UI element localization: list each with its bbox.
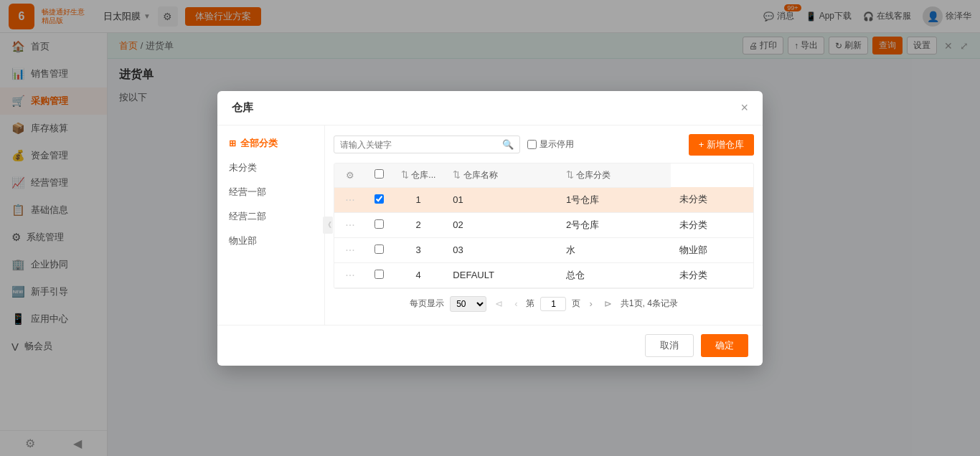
show-disabled-label: 显示停用 [527, 138, 574, 151]
row-name-cell: 1号仓库 [557, 187, 671, 212]
col-header-gear: ⚙ [334, 163, 366, 188]
row-more-icon[interactable]: ··· [345, 219, 354, 231]
warehouse-modal: 仓库 × ⊞全部分类未分类经营一部经营二部物业部 《 🔍 [217, 91, 763, 366]
table-row[interactable]: ··· 2 02 2号仓库 未分类 [334, 212, 753, 237]
add-warehouse-btn[interactable]: + 新增仓库 [689, 134, 754, 156]
per-page-select[interactable]: 50 20 100 [450, 296, 486, 312]
row-num-cell: 1 [392, 187, 444, 212]
page-number-input[interactable] [540, 297, 566, 311]
row-more-icon[interactable]: ··· [345, 269, 354, 281]
table-row[interactable]: ··· 4 DEFAULT 总仓 未分类 [334, 262, 753, 288]
search-icon[interactable]: 🔍 [502, 139, 514, 150]
select-all-checkbox[interactable] [374, 169, 384, 179]
first-page-btn[interactable]: ⊲ [492, 297, 506, 310]
cat-label-prop: 物业部 [229, 234, 257, 247]
row-code-cell: DEFAULT [444, 262, 557, 288]
modal-cat-uncat[interactable]: 未分类 [217, 156, 324, 180]
prev-page-btn[interactable]: ‹ [512, 297, 520, 310]
cat-label-all: 全部分类 [240, 137, 278, 150]
col-header-code: ⇅ 仓库... [392, 163, 444, 188]
col-header-name: ⇅ 仓库名称 [444, 163, 557, 188]
show-disabled-checkbox[interactable] [527, 140, 537, 149]
row-check-cell [366, 212, 392, 237]
row-code-cell: 01 [444, 187, 557, 212]
row-actions-cell: ··· [334, 187, 366, 212]
gear-icon[interactable]: ⚙ [346, 170, 354, 181]
row-category-cell: 未分类 [671, 187, 753, 212]
modal-footer: 取消 确定 [217, 325, 763, 366]
modal-body: ⊞全部分类未分类经营一部经营二部物业部 《 🔍 显示停用 + 新增仓库 [217, 125, 763, 325]
row-code-cell: 02 [444, 212, 557, 237]
next-page-btn[interactable]: › [586, 297, 595, 310]
table-row[interactable]: ··· 3 03 水 物业部 [334, 237, 753, 262]
row-name-cell: 水 [557, 237, 671, 262]
modal-title: 仓库 [232, 101, 253, 115]
table-row[interactable]: ··· 1 01 1号仓库 未分类 [334, 187, 753, 212]
sidebar-collapse-btn[interactable]: 《 [323, 217, 333, 234]
cat-label-uncat: 未分类 [229, 161, 257, 174]
row-actions-cell: ··· [334, 262, 366, 288]
warehouse-table: ⚙ ⇅ 仓库... ⇅ 仓库名称 ⇅ 仓库分类 ··· 1 01 1号仓库 未分… [334, 163, 754, 289]
row-name-cell: 2号仓库 [557, 212, 671, 237]
cat-label-op1: 经营一部 [229, 186, 266, 199]
modal-close-btn[interactable]: × [740, 101, 748, 114]
row-actions-cell: ··· [334, 212, 366, 237]
row-category-cell: 未分类 [671, 212, 753, 237]
modal-main-panel: 🔍 显示停用 + 新增仓库 ⚙ [325, 125, 763, 325]
row-actions-cell: ··· [334, 237, 366, 262]
modal-header: 仓库 × [217, 91, 763, 125]
search-box: 🔍 [334, 136, 520, 153]
last-page-btn[interactable]: ⊳ [601, 297, 615, 310]
modal-overlay: 仓库 × ⊞全部分类未分类经营一部经营二部物业部 《 🔍 [0, 0, 980, 456]
row-category-cell: 物业部 [671, 237, 753, 262]
row-check-cell [366, 187, 392, 212]
row-code-cell: 03 [444, 237, 557, 262]
modal-cat-op1[interactable]: 经营一部 [217, 180, 324, 204]
row-name-cell: 总仓 [557, 262, 671, 288]
row-num-cell: 4 [392, 262, 444, 288]
modal-cat-all[interactable]: ⊞全部分类 [217, 131, 324, 156]
row-category-cell: 未分类 [671, 262, 753, 288]
modal-category-sidebar: ⊞全部分类未分类经营一部经营二部物业部 《 [217, 125, 325, 325]
row-checkbox[interactable] [374, 219, 384, 229]
row-num-cell: 3 [392, 237, 444, 262]
row-more-icon[interactable]: ··· [345, 194, 354, 206]
row-more-icon[interactable]: ··· [345, 244, 354, 256]
modal-pagination: 每页显示 50 20 100 ⊲ ‹ 第 页 › ⊳ 共1页, 4条记录 [334, 289, 754, 316]
table-header-row: ⚙ ⇅ 仓库... ⇅ 仓库名称 ⇅ 仓库分类 [334, 163, 753, 188]
row-checkbox[interactable] [374, 270, 384, 279]
cat-label-op2: 经营二部 [229, 210, 266, 223]
row-check-cell [366, 237, 392, 262]
row-check-cell [366, 262, 392, 288]
row-checkbox[interactable] [374, 244, 384, 254]
row-checkbox[interactable] [374, 194, 384, 204]
cancel-button[interactable]: 取消 [645, 334, 694, 357]
col-header-check [366, 163, 392, 188]
modal-cat-prop[interactable]: 物业部 [217, 229, 324, 253]
modal-toolbar: 🔍 显示停用 + 新增仓库 [334, 134, 754, 156]
cat-icon-all: ⊞ [229, 138, 236, 148]
confirm-button[interactable]: 确定 [701, 334, 748, 357]
modal-cat-op2[interactable]: 经营二部 [217, 204, 324, 229]
col-header-category: ⇅ 仓库分类 [557, 163, 671, 188]
search-input[interactable] [340, 140, 502, 150]
row-num-cell: 2 [392, 212, 444, 237]
